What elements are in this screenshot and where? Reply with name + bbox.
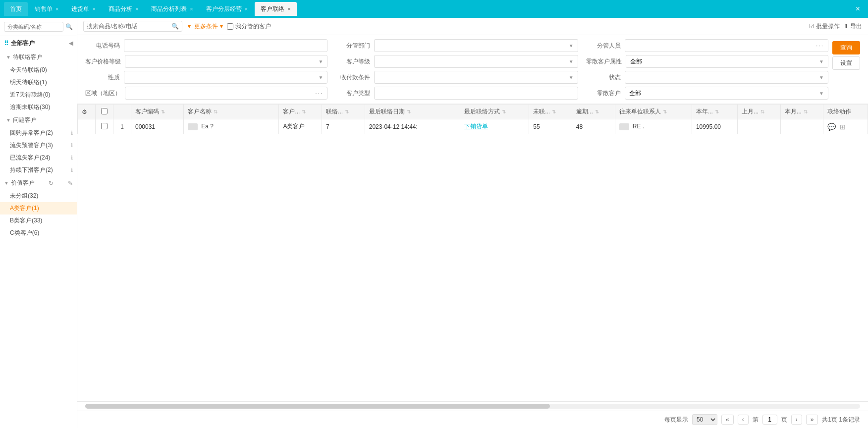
row-last-method-link[interactable]: 下销货单 xyxy=(464,123,488,130)
sidebar-item-c-class[interactable]: C类客户(6) xyxy=(0,227,77,239)
tab-product-list-close[interactable]: × xyxy=(190,6,193,12)
sidebar-item-repurchase[interactable]: 回购异常客户(2)ℹ xyxy=(0,127,77,139)
tab-sales[interactable]: 销售单 × xyxy=(29,2,64,16)
row-checkbox[interactable] xyxy=(101,123,108,129)
filter-status-dropdown[interactable]: ▼ xyxy=(625,71,828,84)
th-last-date[interactable]: 最后联络日期⇅ xyxy=(365,105,460,119)
last-page-btn[interactable]: » xyxy=(806,415,818,425)
sort-type-icon[interactable]: ⇅ xyxy=(302,109,306,114)
th-code[interactable]: 客户编码⇅ xyxy=(131,105,184,119)
sidebar-item-tomorrow[interactable]: 明天待联络(1) xyxy=(0,76,77,89)
tab-customer-tier-close[interactable]: × xyxy=(245,6,248,12)
sort-contact-icon[interactable]: ⇅ xyxy=(345,109,349,114)
th-overdue[interactable]: 逾期...⇅ xyxy=(572,105,615,119)
filter-person-dropdown[interactable]: ··· xyxy=(625,39,828,52)
sidebar-value-customers-group[interactable]: ▼ 价值客户 ↻ ✎ xyxy=(0,176,77,190)
scrollbar-thumb[interactable] xyxy=(85,404,550,409)
th-settings[interactable]: ⚙ xyxy=(78,105,96,119)
sort-no-contact-icon[interactable]: ⇅ xyxy=(552,109,556,114)
batch-op-btn[interactable]: ☑ 批量操作 xyxy=(809,22,840,31)
filter-search-input[interactable] xyxy=(87,23,169,30)
sort-last-method-icon[interactable]: ⇅ xyxy=(502,109,506,114)
sidebar-search-icon[interactable]: 🔍 xyxy=(65,23,73,30)
sort-this-month-icon[interactable]: ⇅ xyxy=(804,109,808,114)
th-type[interactable]: 客户...⇅ xyxy=(279,105,322,119)
next-page-btn[interactable]: › xyxy=(791,415,802,425)
filter-nature-dropdown[interactable]: ▼ xyxy=(124,71,327,84)
tab-sales-close[interactable]: × xyxy=(55,6,58,12)
row-checkbox-cell[interactable] xyxy=(96,119,113,134)
sort-this-year-icon[interactable]: ⇅ xyxy=(715,109,719,114)
select-all-checkbox[interactable] xyxy=(101,108,108,114)
sidebar-item-churn-warning[interactable]: 流失预警客户(3)ℹ xyxy=(0,139,77,152)
sidebar-item-b-class[interactable]: B类客户(33) xyxy=(0,214,77,227)
tab-product-list[interactable]: 商品分析列表 × xyxy=(145,2,199,16)
export-btn[interactable]: ⬆ 导出 xyxy=(844,22,862,31)
sidebar-item-churned[interactable]: 已流失客户(24)ℹ xyxy=(0,152,77,164)
th-name[interactable]: 客户名称⇅ xyxy=(183,105,279,119)
per-page-select[interactable]: 50 100 200 xyxy=(692,414,717,425)
prev-page-btn[interactable]: ‹ xyxy=(738,415,749,425)
th-this-month[interactable]: 本月...⇅ xyxy=(780,105,823,119)
first-page-btn[interactable]: « xyxy=(721,415,734,425)
th-contact[interactable]: 联络...⇅ xyxy=(322,105,365,119)
filter-phone-field[interactable] xyxy=(127,42,324,49)
filter-phone-input[interactable] xyxy=(124,39,327,52)
sidebar-pending-contact-group[interactable]: ▼ 待联络客户 xyxy=(0,51,77,64)
th-unit-contact[interactable]: 往来单位联系人⇅ xyxy=(615,105,692,119)
tab-customer-contact-close[interactable]: × xyxy=(287,6,290,12)
settings-button[interactable]: 设置 xyxy=(832,56,860,70)
settings-icon[interactable]: ⚙ xyxy=(82,108,87,115)
filter-level-dropdown[interactable]: ▼ xyxy=(374,55,578,68)
more-conditions-btn[interactable]: ▼ 更多条件 ▾ xyxy=(186,22,223,31)
value-edit-icon[interactable]: ✎ xyxy=(68,180,73,187)
page-input[interactable] xyxy=(762,415,777,425)
th-checkbox[interactable] xyxy=(96,105,113,119)
tab-purchase[interactable]: 进货单 × xyxy=(65,2,101,16)
filter-retail-dropdown[interactable]: 全部 ▼ xyxy=(625,87,828,100)
sidebar-collapse-icon[interactable]: ◀ xyxy=(69,40,73,47)
sort-code-icon[interactable]: ⇅ xyxy=(161,109,165,114)
horizontal-scrollbar[interactable] xyxy=(77,401,868,411)
tab-customer-contact[interactable]: 客户联络 × xyxy=(255,2,296,16)
scrollbar-track[interactable] xyxy=(85,404,860,409)
filter-price-level-dropdown[interactable]: ▼ xyxy=(125,55,327,68)
query-button[interactable]: 查询 xyxy=(832,41,860,54)
sidebar-problem-customers-group[interactable]: ▼ 问题客户 xyxy=(0,113,77,127)
sidebar-item-overdue[interactable]: 逾期未联络(30) xyxy=(0,101,77,113)
sidebar-all-customers[interactable]: ⠿ 全部客户 ◀ xyxy=(0,36,77,51)
th-this-year[interactable]: 本年...⇅ xyxy=(692,105,737,119)
value-refresh-icon[interactable]: ↻ xyxy=(49,180,54,187)
filter-pay-terms-dropdown[interactable]: ▼ xyxy=(374,71,578,84)
row-last-method-cell[interactable]: 下销货单 xyxy=(460,119,529,134)
my-customers-checkbox[interactable] xyxy=(227,23,233,30)
sort-last-month-icon[interactable]: ⇅ xyxy=(760,109,764,114)
sort-last-date-icon[interactable]: ⇅ xyxy=(407,109,411,114)
row-action-cell[interactable]: 💬 ⊞ xyxy=(823,119,868,134)
sort-overdue-icon[interactable]: ⇅ xyxy=(595,109,599,114)
filter-retail-attr-dropdown[interactable]: 全部 ▼ xyxy=(626,55,828,68)
sidebar-item-7days[interactable]: 近7天待联络(0) xyxy=(0,89,77,101)
sidebar-item-a-class[interactable]: A类客户(1) xyxy=(0,202,77,214)
filter-cust-type-input[interactable] xyxy=(374,87,578,100)
tab-purchase-close[interactable]: × xyxy=(92,6,95,12)
filter-cust-type-field[interactable] xyxy=(378,90,574,97)
sidebar-item-today[interactable]: 今天待联络(0) xyxy=(0,64,77,76)
sidebar-search-input[interactable] xyxy=(4,22,63,32)
window-close-button[interactable]: × xyxy=(852,4,864,13)
th-last-month[interactable]: 上月...⇅ xyxy=(738,105,781,119)
sidebar-item-declining[interactable]: 持续下滑客户(2)ℹ xyxy=(0,164,77,176)
tab-product-analysis-close[interactable]: × xyxy=(135,6,138,12)
th-no-contact[interactable]: 未联...⇅ xyxy=(529,105,572,119)
th-last-method[interactable]: 最后联络方式⇅ xyxy=(460,105,529,119)
sidebar-item-ungroup[interactable]: 未分组(32) xyxy=(0,190,77,202)
tab-customer-tier[interactable]: 客户分层经营 × xyxy=(200,2,254,16)
filter-dept-dropdown[interactable]: ▼ xyxy=(374,39,578,52)
row-action-icon-1[interactable]: 💬 xyxy=(827,123,836,131)
filter-region-dropdown[interactable]: ··· xyxy=(125,87,327,100)
tab-product-analysis[interactable]: 商品分析 × xyxy=(103,2,144,16)
sort-name-icon[interactable]: ⇅ xyxy=(214,109,217,114)
tab-home[interactable]: 首页 xyxy=(4,2,28,16)
sort-unit-contact-icon[interactable]: ⇅ xyxy=(663,109,667,114)
filter-search-icon[interactable]: 🔍 xyxy=(171,23,179,30)
